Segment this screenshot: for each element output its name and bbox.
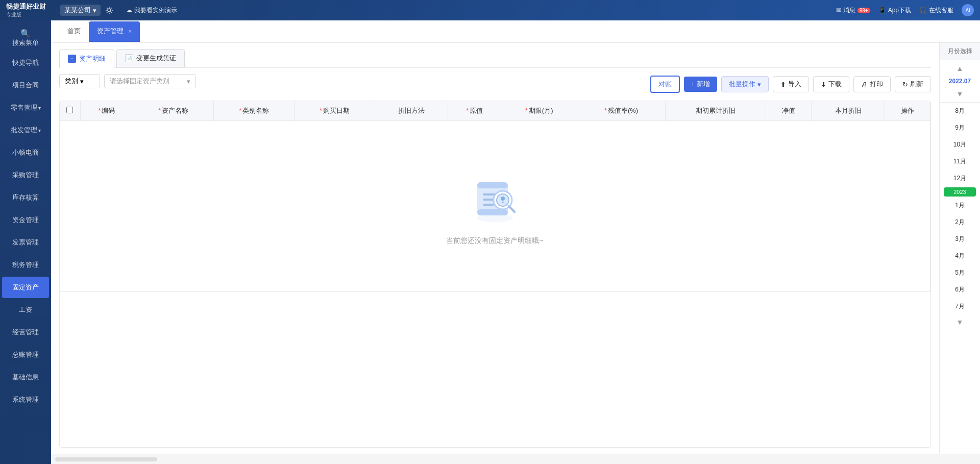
month-panel-down-button[interactable]: ▼ [955,317,965,327]
month-nav-down-button[interactable]: ▼ [955,89,965,99]
import-button[interactable]: ⬆ 导入 [773,76,809,92]
month-item-8[interactable]: 8月 [940,103,980,119]
message-badge: 99+ [857,8,870,13]
sidebar-item-inventory[interactable]: 库存核算 [2,187,49,208]
asset-table-element: *编码 *资产名称 *类别名称 *购买日期 折旧方法 *原值 *期限(月) *残… [60,101,930,292]
app-download-button[interactable]: 📱 App下载 [878,6,911,15]
match-button[interactable]: 对账 [650,76,680,93]
batch-button[interactable]: 批量操作 ▾ [721,76,769,92]
tab-asset-management[interactable]: 资产管理 × [89,21,140,42]
month-item-2023-2[interactable]: 2月 [940,214,980,231]
message-label: 消息 [843,6,855,15]
col-net-value: 净值 [766,101,812,121]
sidebar-item-purchase[interactable]: 采购管理 [2,164,49,186]
sidebar-item-quick-nav[interactable]: 快捷导航 [2,52,49,74]
sidebar-item-system[interactable]: 系统管理 [2,389,49,410]
col-period: *期限(月) [501,101,577,121]
month-item-9[interactable]: 9月 [940,119,980,136]
month-nav-up-button[interactable]: ▲ [955,63,965,74]
sub-tab-asset-detail[interactable]: ≡ 资产明细 [59,50,114,68]
demo-link-text: 我要看实例演示 [134,6,177,15]
month-selector-panel: 月份选择 ▲ 2022.07 ▼ 8月 9月 10月 11月 12月 [939,43,980,454]
change-voucher-icon: 📄 [125,54,133,62]
month-item-2023-3[interactable]: 3月 [940,231,980,248]
svg-rect-4 [477,209,508,215]
sub-tab-change-voucher[interactable]: 📄 变更生成凭证 [116,49,185,67]
svg-line-10 [509,206,514,212]
month-panel-header: 月份选择 [940,43,980,60]
download-button[interactable]: ⬇ 下载 [813,76,849,92]
category-type-select[interactable]: 类别 ▾ [59,74,100,88]
tab-home[interactable]: 首页 [59,21,89,42]
company-name: 某某公司 [64,6,91,15]
select-all-checkbox[interactable] [66,107,73,113]
empty-state-cell: 当前您还没有固定资产明细哦~ [60,121,930,292]
sidebar-item-operations[interactable]: 经营管理 [2,322,49,343]
home-tab-label: 首页 [67,27,81,35]
month-item-12[interactable]: 12月 [940,170,980,187]
download-icon: ⬇ [821,81,826,88]
refresh-button[interactable]: ↻ 刷新 [895,76,931,92]
cloud-icon: ☁ [126,7,132,14]
quick-nav-label: 快捷导航 [12,58,39,67]
message-icon: ✉ [836,7,841,14]
search-label: 搜索菜单 [5,38,46,47]
add-button[interactable]: + 新增 [684,77,717,92]
col-accumulated-depreciation: 期初累计折旧 [665,101,766,121]
month-item-10[interactable]: 10月 [940,136,980,153]
user-avatar[interactable]: Ai [962,4,974,16]
checkbox-header [60,101,80,121]
category-value-select[interactable]: 请选择固定资产类别 ▾ [104,74,196,88]
app-title: 畅捷通好业财 [6,2,46,11]
col-category: *类别名称 [214,101,295,121]
sidebar-item-invoice[interactable]: 发票管理 [2,232,49,253]
horizontal-scrollbar[interactable] [55,457,157,461]
month-item-2023-5[interactable]: 5月 [940,264,980,281]
online-service-button[interactable]: 🎧 在线客服 [919,6,953,15]
category-label: 类别 [65,77,78,86]
empty-text: 当前您还没有固定资产明细哦~ [446,236,543,246]
sidebar: 🔍 搜索菜单 快捷导航 项目合同 零售管理 ▾ 批发管理 ▾ 小畅电商 采购管理… [0,20,51,464]
col-original-value: *原值 [448,101,501,121]
month-nav-down: ▼ [954,88,966,100]
col-depreciation-method: 折旧方法 [375,101,448,121]
headset-icon: 🎧 [919,7,927,14]
sidebar-item-ledger[interactable]: 总账管理 [2,344,49,365]
demo-link[interactable]: ☁ 我要看实例演示 [126,6,177,15]
empty-illustration [464,167,526,228]
app-logo: 畅捷通好业财 专业版 [6,2,46,18]
settings-icon[interactable] [105,6,114,15]
month-item-2023-1[interactable]: 1月 [940,197,980,214]
active-tab-label: 资产管理 [97,27,124,35]
month-item-2023-4[interactable]: 4月 [940,248,980,264]
empty-state-row: 当前您还没有固定资产明细哦~ [60,121,930,292]
svg-rect-7 [483,204,494,206]
tab-close-button[interactable]: × [129,28,132,34]
asset-detail-label: 资产明细 [79,54,106,63]
sidebar-item-finance[interactable]: 资金管理 [2,209,49,231]
svg-point-0 [108,9,111,12]
sidebar-search[interactable]: 🔍 搜索菜单 [0,25,51,52]
month-item-2023-7[interactable]: 7月 [940,298,980,315]
mobile-icon: 📱 [878,7,886,14]
sidebar-item-project[interactable]: 项目合同 [2,75,49,96]
sidebar-item-assets[interactable]: 固定资产 [2,277,49,298]
svg-rect-12 [502,202,503,203]
sidebar-item-ecommerce[interactable]: 小畅电商 [2,142,49,163]
batch-label: 批量操作 [729,80,755,89]
selected-month-year[interactable]: 2022.07 [945,75,975,88]
sidebar-item-basics[interactable]: 基础信息 [2,367,49,388]
retail-arrow: ▾ [38,105,41,111]
print-button[interactable]: 🖨 打印 [853,76,891,92]
top-bar-right: ✉ 消息 99+ 📱 App下载 🎧 在线客服 Ai [836,4,974,16]
month-item-11[interactable]: 11月 [940,153,980,170]
sidebar-item-retail[interactable]: 零售管理 ▾ [2,97,49,118]
month-item-2023-6[interactable]: 6月 [940,281,980,298]
sidebar-item-tax[interactable]: 税务管理 [2,254,49,276]
sidebar-item-payroll[interactable]: 工资 [2,299,49,321]
message-button[interactable]: ✉ 消息 99+ [836,6,870,15]
company-selector[interactable]: 某某公司 ▾ [60,5,101,16]
chevron-down-icon: ▾ [93,7,96,14]
sidebar-item-wholesale[interactable]: 批发管理 ▾ [2,119,49,141]
filter-value-chevron-icon: ▾ [187,78,190,85]
